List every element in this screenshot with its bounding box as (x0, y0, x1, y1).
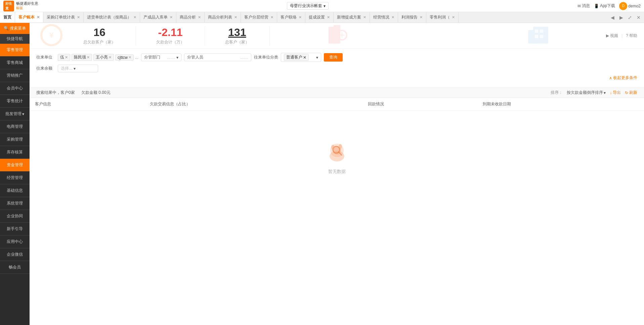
chevron-sort-icon: ▾ (604, 91, 606, 95)
sidebar-item-operations[interactable]: 经营管理 (0, 172, 30, 184)
sidebar-item-newbie[interactable]: 新手引导 (0, 223, 30, 236)
tab-customer-contact[interactable]: 客户联络 ✕ (277, 12, 305, 23)
tab-produce-entry-close[interactable]: ✕ (170, 15, 173, 20)
help-label: 帮助 (629, 33, 637, 39)
stat-deco-icon-left: ¥ (40, 24, 63, 48)
tab-customer-book-close[interactable]: ✕ (37, 15, 40, 20)
filter-more-tags-btn[interactable]: ... (135, 55, 138, 60)
sidebar-item-purchase[interactable]: 采购管理 (0, 133, 30, 146)
tab-home[interactable]: 首页 (0, 12, 15, 23)
col-customer-info: 客户信息 (30, 98, 144, 111)
message-icon: ✉ (577, 4, 581, 8)
filter-person-select[interactable]: 分管人员 …… (184, 53, 251, 61)
tab-profit-report[interactable]: 利润报告 ✕ (398, 12, 426, 23)
tab-next-btn[interactable]: ▶ (617, 13, 625, 22)
tab-add-raise[interactable]: 新增提成方案 ✕ (334, 12, 370, 23)
sidebar-item-inventory[interactable]: 库存核算 (0, 146, 30, 159)
video-btn[interactable]: ▶ 视频 (606, 33, 618, 39)
sidebar-item-retail-mall[interactable]: 零售商城 (0, 57, 30, 69)
data-table: 客户信息 欠款交易信息（占比） 回款情况 到期未收款日期 (30, 98, 644, 111)
account-selector[interactable]: 母婴行业演示帐套 ▾ (287, 2, 329, 10)
help-btn[interactable]: ? 帮助 (626, 33, 637, 39)
tab-purchase-order[interactable]: 采购订单统计表 ✕ (43, 12, 84, 23)
tab-operation[interactable]: 经营情况 ✕ (370, 12, 398, 23)
svg-rect-10 (540, 30, 543, 33)
message-btn[interactable]: ✉ 消息 (577, 3, 590, 9)
filter-type-tag-close[interactable]: ✕ (303, 55, 306, 60)
tab-raise-settings[interactable]: 提成设置 ✕ (305, 12, 334, 23)
header-right: ✉ 消息 📱 App下载 D demo2 (577, 2, 641, 10)
sort-value: 按欠款金额倒序排序 (567, 90, 603, 96)
sort-select[interactable]: 按欠款金额倒序排序 ▾ (567, 90, 606, 96)
tab-prev-btn[interactable]: ◀ (608, 13, 616, 22)
username-label: demo2 (628, 4, 641, 8)
filter-row-2: 往来余额 选择... ▾ (36, 65, 637, 72)
filter-dept-more: …… (167, 55, 175, 60)
tab-operation-close[interactable]: ✕ (391, 15, 394, 20)
sidebar-item-app-center[interactable]: 应用中心 (0, 236, 30, 248)
sidebar-item-marketing[interactable]: 营销推广 (0, 69, 30, 82)
sidebar-member-label: 会员中心 (7, 86, 23, 91)
filter-tag-chen-close[interactable]: ✕ (87, 55, 90, 60)
tab-customer-book[interactable]: 客户账本 ✕ (15, 12, 43, 23)
sidebar-item-finance[interactable]: 资金管理 (0, 159, 30, 172)
tab-import-stat-close[interactable]: ✕ (133, 15, 136, 20)
filter-unit-type-select[interactable]: 普通客户 ✕ ▾ (281, 53, 321, 62)
sidebar-item-member[interactable]: 会员中心 (0, 82, 30, 95)
result-info: 搜索结果中，客户0家 欠款金额 0.00元 (36, 90, 111, 96)
filter-tag-wang-close[interactable]: ✕ (109, 55, 112, 60)
tab-customer-segment-close[interactable]: ✕ (270, 15, 273, 20)
tab-add-raise-close[interactable]: ✕ (363, 15, 366, 20)
sidebar-item-vip-member[interactable]: 畅会员 (0, 261, 30, 274)
filter-area: 往来单位 伍 ✕ 陈民强 ✕ 王小亮 ✕ cjttcw (30, 49, 644, 88)
tab-customer-segment[interactable]: 客户分层经营 ✕ (241, 12, 277, 23)
sidebar-enterprise-wechat-label: 企业微信 (7, 252, 23, 257)
account-name: 母婴行业演示帐套 (290, 3, 322, 9)
sidebar-item-retail-stat[interactable]: 零售统计 (0, 95, 30, 108)
filter-credit-input[interactable]: 选择... ▾ (58, 65, 98, 72)
sidebar-operations-label: 经营管理 (7, 175, 23, 180)
stat-total-customers: 16 总欠款客户（家） (63, 26, 136, 45)
tab-retail-profit-close[interactable]: ✕ (452, 15, 455, 20)
tab-goods-analysis-close[interactable]: ✕ (198, 15, 201, 20)
sidebar-wholesale-label: 批发管理 (5, 111, 22, 117)
filter-tag-cjttcw-close[interactable]: ✕ (128, 55, 131, 60)
tab-goods-analysis-list-close[interactable]: ✕ (234, 15, 237, 20)
sidebar-item-wholesale[interactable]: 批发管理 ▾ (0, 108, 30, 120)
tab-customer-contact-close[interactable]: ✕ (299, 15, 302, 20)
sidebar-item-enterprise-wechat[interactable]: 企业微信 (0, 248, 30, 261)
tab-profit-report-close[interactable]: ✕ (420, 15, 423, 20)
tab-customer-book-label: 客户账本 (18, 14, 35, 20)
sidebar-search[interactable]: 🔍 搜索菜单 (0, 23, 30, 34)
filter-dept-label: 分管部门 (144, 55, 160, 60)
sidebar-item-basic-info[interactable]: 基础信息 (0, 184, 30, 197)
app-download-btn[interactable]: 📱 App下载 (594, 3, 615, 9)
filter-dept-select[interactable]: 分管部门 …… ▾ (141, 53, 181, 61)
sidebar-item-enterprise[interactable]: 企业协同 (0, 210, 30, 223)
tab-raise-settings-close[interactable]: ✕ (327, 15, 330, 20)
sidebar-item-ecommerce[interactable]: 电商管理 (0, 120, 30, 133)
tab-purchase-order-label: 采购订单统计表 (47, 14, 75, 20)
tab-goods-analysis[interactable]: 商品分析 ✕ (176, 12, 205, 23)
tab-import-stat[interactable]: 进货单统计表（按商品） ✕ (84, 12, 140, 23)
export-btn[interactable]: ↓ 导出 (610, 90, 621, 96)
empty-text: 暂无数据 (328, 169, 346, 175)
sidebar-item-retail[interactable]: 零售管理 (0, 44, 30, 57)
user-avatar-btn[interactable]: D demo2 (619, 2, 641, 10)
sidebar-finance-label: 资金管理 (7, 162, 23, 167)
tab-goods-analysis-list[interactable]: 商品分析列表 ✕ (205, 12, 241, 23)
tab-close-all-btn[interactable]: ✕ (635, 13, 643, 22)
sidebar-item-system[interactable]: 系统管理 (0, 197, 30, 210)
tab-expand-btn[interactable]: ⤢ (626, 13, 634, 22)
filter-tag-wu-close[interactable]: ✕ (65, 55, 68, 60)
sidebar-quick-nav[interactable]: 快捷导航 (0, 34, 30, 44)
query-button[interactable]: 查询 (324, 53, 343, 62)
collapse-button[interactable]: ∧ 收起更多条件 (609, 75, 637, 81)
sidebar-marketing-label: 营销推广 (7, 73, 23, 78)
refresh-btn[interactable]: ↻ 刷新 (625, 90, 637, 96)
tab-retail-profit[interactable]: 零售利润（ ✕ (426, 12, 459, 23)
tab-purchase-order-close[interactable]: ✕ (77, 15, 80, 20)
video-label: 视频 (610, 33, 618, 39)
result-text: 搜索结果中，客户0家 (36, 90, 75, 95)
tab-produce-entry[interactable]: 产成品入库单 ✕ (140, 12, 176, 23)
